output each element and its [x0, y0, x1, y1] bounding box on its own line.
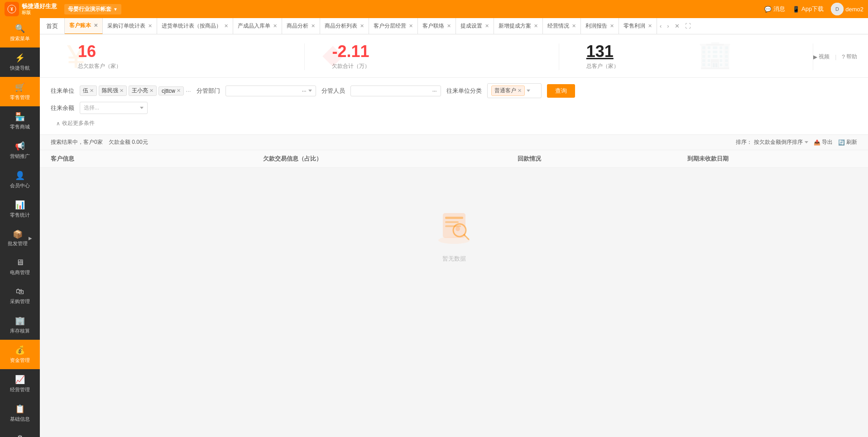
table-col-repayment: 回款情况	[518, 155, 687, 163]
user-avatar-btn[interactable]: D demo2	[831, 3, 863, 15]
tab-close-operation-status[interactable]: ✕	[572, 23, 576, 29]
results-info: 搜索结果中，客户0家 欠款金额 0.00元 排序： 按欠款金额倒序排序 📤 导出	[40, 135, 868, 150]
tab-close-all[interactable]: ✕	[672, 23, 682, 29]
sidebar-item-inventory[interactable]: 🏢 库存核算	[0, 310, 40, 340]
remove-unit-tag-chen[interactable]: ✕	[120, 88, 124, 94]
empty-illustration	[432, 204, 477, 249]
sidebar: 🔍 搜索菜单 ⚡ 快捷导航 🛒 零售管理 🏪 零售商城 📢 营销推广 👤	[0, 18, 40, 437]
ecommerce-icon: 🖥	[16, 258, 24, 267]
sidebar-item-retail-store[interactable]: 🏪 零售商城	[0, 106, 40, 136]
tab-maximize[interactable]: ⛶	[682, 23, 694, 29]
video-btn[interactable]: ▶ 视频	[813, 53, 830, 61]
table-col-overdue-date: 到期未收款日期	[687, 155, 857, 163]
collapse-btn[interactable]: ∧ 收起更多条件	[51, 118, 857, 129]
tab-product-receipt[interactable]: 产成品入库单 ✕	[233, 18, 282, 34]
tab-new-commission[interactable]: 新增提成方案 ✕	[494, 18, 543, 34]
app-download-btn[interactable]: 📱 App下载	[792, 5, 824, 13]
tab-close-commission-setting[interactable]: ✕	[485, 23, 489, 29]
tab-close-customer-book[interactable]: ✕	[94, 23, 98, 28]
account-dropdown[interactable]: 母婴行业演示帐套 ▼	[64, 4, 121, 14]
balance-dropdown-arrow	[140, 107, 144, 109]
empty-state-text: 暂无数据	[442, 255, 466, 263]
tab-purchase-stats[interactable]: 进货单统计表（按商品） ✕	[157, 18, 233, 34]
remove-category-tag[interactable]: ✕	[518, 88, 522, 94]
tab-close-retail-profit[interactable]: ✕	[648, 23, 652, 29]
tab-scroll-left[interactable]: ‹	[657, 23, 664, 29]
sidebar-item-search[interactable]: 🔍 搜索菜单	[0, 18, 40, 48]
sidebar-item-purchase[interactable]: 🛍 采购管理	[0, 281, 40, 310]
tab-close-product-analysis-list[interactable]: ✕	[360, 23, 364, 29]
wholesale-submenu-arrow: ▶	[29, 236, 32, 241]
help-btn[interactable]: ? 帮助	[842, 53, 857, 61]
person-filter-select[interactable]: ···	[350, 86, 441, 96]
wholesale-mgmt-icon: 📦	[13, 229, 23, 239]
tab-close-product-analysis[interactable]: ✕	[311, 23, 315, 29]
account-label: 母婴行业演示帐套	[68, 5, 111, 13]
tab-close-purchase-stats[interactable]: ✕	[224, 23, 228, 29]
sidebar-item-quick-nav[interactable]: ⚡ 快捷导航	[0, 48, 40, 77]
refresh-btn[interactable]: 🔄 刷新	[838, 138, 857, 146]
svg-point-11	[456, 227, 460, 231]
tab-product-analysis-list[interactable]: 商品分析列表 ✕	[320, 18, 369, 34]
logo-subtext: 标版	[22, 10, 57, 15]
remove-unit-tag-wu[interactable]: ✕	[90, 88, 94, 94]
message-icon: 💬	[764, 6, 772, 13]
inventory-icon: 🏢	[15, 316, 25, 326]
stat-total-debtors-label: 总欠款客户（家）	[78, 62, 121, 70]
sort-select[interactable]: 排序： 按欠款金额倒序排序	[736, 138, 808, 146]
sidebar-item-system[interactable]: ⚙ 系统管理	[0, 428, 40, 437]
sidebar-item-finance[interactable]: 💰 资金管理	[0, 340, 40, 369]
sidebar-item-retail-mgmt[interactable]: 🛒 零售管理	[0, 77, 40, 106]
quick-nav-icon: ⚡	[15, 53, 25, 63]
sidebar-item-operation[interactable]: 📈 经营管理	[0, 369, 40, 399]
sidebar-item-retail-stats[interactable]: 📊 零售统计	[0, 195, 40, 224]
sidebar-item-member[interactable]: 👤 会员中心	[0, 165, 40, 195]
collapse-icon: ∧	[56, 120, 60, 127]
refresh-label: 刷新	[846, 138, 857, 146]
sidebar-item-wholesale-mgmt[interactable]: 📦 批发管理 ▶	[0, 224, 40, 252]
tab-product-analysis[interactable]: 商品分析 ✕	[282, 18, 320, 34]
query-button[interactable]: 查询	[547, 84, 575, 98]
debt-amount-text: 欠款金额 0.00元	[109, 139, 148, 145]
help-icon: ?	[842, 54, 845, 60]
stats-area: ¥ ◆ 🏢 16 总欠款客户（家） -2.11 欠款合计（万） 131 总客户（…	[40, 34, 868, 78]
remove-unit-tag-cjttcw[interactable]: ✕	[177, 88, 181, 94]
sort-label: 排序：	[736, 138, 752, 146]
purchase-icon: 🛍	[16, 287, 24, 296]
sidebar-item-ecommerce[interactable]: 🖥 电商管理	[0, 252, 40, 281]
message-btn[interactable]: 💬 消息	[764, 5, 785, 13]
remove-unit-tag-wang[interactable]: ✕	[149, 88, 153, 94]
stat-total-customers-value: 131	[586, 43, 614, 60]
tab-close-profit-report[interactable]: ✕	[610, 23, 614, 29]
more-unit-tags[interactable]: ···	[186, 87, 191, 95]
tab-close-customer-contact[interactable]: ✕	[447, 23, 451, 29]
tab-close-customer-segment[interactable]: ✕	[409, 23, 413, 29]
category-filter-select[interactable]: 普通客户 ✕	[487, 83, 542, 98]
top-bar: ¥ 畅捷通好生意 标版 母婴行业演示帐套 ▼ 💬 消息 📱 App下载	[0, 0, 868, 18]
tab-home[interactable]: 首页	[40, 18, 65, 34]
help-label: 帮助	[846, 53, 857, 61]
table-header: 客户信息 欠款交易信息（占比） 回款情况 到期未收款日期	[40, 150, 868, 168]
tab-close-purchase-order[interactable]: ✕	[148, 23, 152, 29]
stat-total-customers-label: 总客户（家）	[586, 62, 619, 70]
sidebar-item-marketing[interactable]: 📢 营销推广	[0, 136, 40, 165]
tab-customer-book[interactable]: 客户账本 ✕	[65, 18, 103, 34]
balance-filter-select[interactable]: 选择...	[80, 102, 148, 114]
tab-close-new-commission[interactable]: ✕	[534, 23, 538, 29]
tab-scroll-right[interactable]: ›	[664, 23, 671, 29]
tab-customer-contact[interactable]: 客户联络 ✕	[418, 18, 456, 34]
tab-close-product-receipt[interactable]: ✕	[273, 23, 277, 29]
balance-select-placeholder: 选择...	[84, 104, 99, 112]
tab-commission-setting[interactable]: 提成设置 ✕	[456, 18, 494, 34]
dept-dropdown-arrow	[308, 90, 312, 92]
tab-operation-status[interactable]: 经营情况 ✕	[543, 18, 581, 34]
tab-customer-segment[interactable]: 客户分层经营 ✕	[369, 18, 418, 34]
dept-filter-select[interactable]: ···	[225, 86, 316, 96]
tab-retail-profit[interactable]: 零售利润 ✕	[619, 18, 657, 34]
tab-profit-report[interactable]: 利润报告 ✕	[581, 18, 619, 34]
finance-icon: 💰	[15, 345, 25, 355]
tab-purchase-order[interactable]: 采购订单统计表 ✕	[103, 18, 157, 34]
sidebar-item-basic-info[interactable]: 📋 基础信息	[0, 399, 40, 428]
export-btn[interactable]: 📤 导出	[814, 138, 833, 146]
search-result-text: 搜索结果中，客户0家	[51, 139, 103, 145]
